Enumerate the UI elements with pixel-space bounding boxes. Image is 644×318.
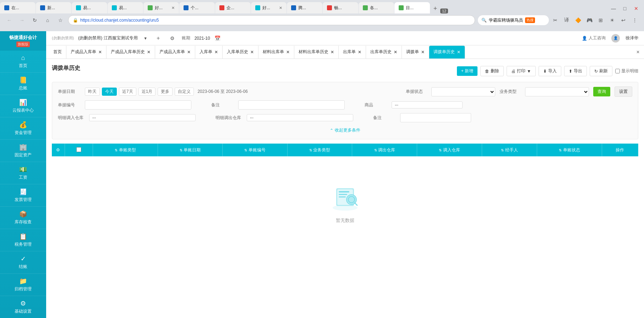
col-out-warehouse[interactable]: ⇅ 调出仓库 (352, 144, 417, 156)
col-order-type[interactable]: ⇅ 单账类型 (93, 144, 158, 156)
service-button[interactable]: 👤 人工咨询 (582, 35, 606, 41)
tab-nav-close-all[interactable]: ✕ (632, 50, 644, 55)
today-btn[interactable]: 今天 (102, 88, 117, 96)
note-input[interactable] (238, 100, 345, 110)
browser-tab-6[interactable]: 个... (179, 2, 215, 13)
delete-button[interactable]: 🗑 删除 (480, 66, 504, 76)
sidebar-item-salary[interactable]: 💵 工资 (0, 162, 46, 184)
sidebar-item-tax[interactable]: 📋 税务管理 (0, 229, 46, 251)
calendar-icon[interactable]: 📅 (214, 35, 220, 41)
page-tab-out-order[interactable]: 出库单 ✕ (339, 46, 366, 58)
more-btn[interactable]: 更多 (158, 88, 173, 96)
col-in-warehouse[interactable]: ⇅ 调入仓库 (417, 144, 482, 156)
forward-button[interactable]: → (17, 15, 27, 25)
page-tab-in-history[interactable]: 入库单历史 ✕ (223, 46, 258, 58)
tab-close-in-history[interactable]: ✕ (250, 50, 254, 55)
browser-tab-7[interactable]: 企... (215, 2, 251, 13)
sidebar-item-home[interactable]: ⌂ 首页 (0, 51, 46, 73)
page-tab-product-in-history[interactable]: 产成品入库单历史 ✕ (107, 46, 155, 58)
page-tab-home[interactable]: 首页 (49, 46, 66, 58)
order-no-input[interactable] (85, 100, 191, 110)
sidebar-item-archive[interactable]: 📁 归档管理 (0, 274, 46, 296)
sidebar-item-inventory[interactable]: 📦 库存核查 (0, 207, 46, 229)
tab-close-in-order[interactable]: ✕ (214, 50, 218, 55)
refresh-button[interactable]: ↻ (30, 15, 40, 25)
browser-tab-4[interactable]: 易... (108, 2, 143, 13)
home-button[interactable]: ⌂ (43, 15, 53, 25)
status-select[interactable] (431, 87, 495, 96)
tab-close-material-out-history[interactable]: ✕ (331, 50, 334, 55)
company-dropdown[interactable]: ▼ (142, 35, 149, 42)
col-order-status[interactable]: ⇅ 单账状态 (537, 144, 602, 156)
custom-btn[interactable]: 自定义 (175, 88, 194, 96)
company-settings-button[interactable]: ⚙ (168, 33, 178, 43)
goods-selector[interactable]: ··· (392, 101, 463, 108)
in-warehouse-selector[interactable]: ··· (89, 114, 196, 121)
tab-close-8[interactable]: ✕ (279, 6, 282, 10)
col-settings[interactable]: ⚙ (52, 144, 65, 156)
sidebar-item-invoice[interactable]: 🧾 发票管理 (0, 184, 46, 207)
browser-tab-10[interactable]: 畅... (323, 2, 358, 13)
browser-tab-3[interactable]: 易... (72, 2, 107, 13)
new-tab-button[interactable]: + (430, 4, 440, 13)
import-button[interactable]: ⬇ 导入 (539, 66, 561, 76)
bookmark-button[interactable]: ☆ (55, 15, 65, 25)
export-button[interactable]: ⬆ 导出 (564, 66, 587, 76)
tab-close-5[interactable]: ✕ (171, 6, 175, 10)
tab-close-material-out[interactable]: ✕ (286, 50, 290, 55)
back-button[interactable]: ← (4, 15, 14, 25)
page-tab-material-out-history[interactable]: 材料出库单历史 ✕ (294, 46, 339, 58)
week-btn[interactable]: 近7天 (119, 88, 136, 96)
minimize-button[interactable]: — (608, 4, 618, 13)
col-order-no[interactable]: ⇅ 单账编号 (223, 144, 288, 156)
tab-close-transfer-history[interactable]: ✕ (457, 50, 460, 55)
menu-icon[interactable]: ⋮ (630, 15, 640, 25)
browser-tab-9[interactable]: 腾... (287, 2, 322, 13)
browser-tab-11[interactable]: 各... (359, 2, 394, 13)
address-input[interactable]: 🔒 https://cloud.chanjet.com/accounting/u… (68, 15, 475, 25)
tab-close-product-in2[interactable]: ✕ (187, 50, 191, 55)
sidebar-item-closing[interactable]: ✓ 结账 (0, 251, 46, 274)
select-all-checkbox[interactable] (76, 147, 81, 152)
sidebar-item-asset[interactable]: 🏢 固定资产 (0, 140, 46, 162)
translate-icon[interactable]: 译 (562, 15, 572, 25)
page-tab-product-in2[interactable]: 产成品入库单 ✕ (155, 46, 195, 58)
col-order-date[interactable]: ⇅ 单账日期 (158, 144, 223, 156)
page-tab-transfer[interactable]: 调拨单 ✕ (402, 46, 429, 58)
scissors-icon[interactable]: ✂ (550, 15, 560, 25)
display-checkbox[interactable] (615, 69, 620, 73)
sidebar-item-settings[interactable]: ⚙ 基础设置 (0, 296, 46, 318)
col-handler[interactable]: ⇅ 经手人 (482, 144, 537, 156)
print-button[interactable]: 🖨 打印 ▼ (507, 66, 536, 76)
browser-tab-1[interactable]: 在... (0, 2, 36, 13)
col-biz-type[interactable]: ⇅ 业务类型 (287, 144, 352, 156)
tab-close-out-order[interactable]: ✕ (358, 50, 361, 55)
page-tab-out-history[interactable]: 出库单历史 ✕ (366, 46, 402, 58)
yesterday-btn[interactable]: 昨天 (85, 88, 100, 96)
sidebar-item-capital[interactable]: 💰 资金管理 (0, 117, 46, 140)
browser-tab-8[interactable]: 好... ✕ (251, 2, 286, 13)
settings-query-button[interactable]: 设置 (615, 87, 632, 97)
collapse-button[interactable]: ⌃ 收起更多条件 (58, 126, 632, 135)
out-warehouse-selector[interactable]: ··· (247, 114, 353, 121)
col-checkbox[interactable] (65, 144, 93, 156)
table-gear-icon[interactable]: ⚙ (56, 147, 60, 152)
page-tab-material-out[interactable]: 材料出库单 ✕ (258, 46, 294, 58)
biz-type-select[interactable] (525, 87, 589, 96)
browser-tab-5[interactable]: 好... ✕ (143, 2, 179, 13)
history-icon[interactable]: ↩ (618, 15, 628, 25)
page-tab-in-order[interactable]: 入库单 ✕ (195, 46, 223, 58)
tab-close-product-in-history[interactable]: ✕ (147, 50, 151, 55)
tab-close-product-in[interactable]: ✕ (98, 50, 102, 55)
query-button[interactable]: 查询 (593, 87, 610, 96)
close-window-button[interactable]: ✕ (631, 4, 641, 13)
month-btn[interactable]: 近1月 (138, 88, 156, 96)
extension-icon[interactable]: 🔶 (573, 15, 583, 25)
refresh-button[interactable]: ↻ 刷新 (590, 66, 612, 76)
browser-tab-2[interactable]: 新... (36, 2, 71, 13)
maximize-button[interactable]: □ (620, 4, 630, 13)
sidebar-item-ledger[interactable]: 📒 总账 (0, 73, 46, 95)
tab-close-transfer[interactable]: ✕ (421, 50, 425, 55)
search-bar[interactable]: 🔍 学霸应聘场驱鸟员 热搜 (478, 15, 549, 25)
page-tab-transfer-history[interactable]: 调拨单历史 ✕ (429, 46, 465, 58)
